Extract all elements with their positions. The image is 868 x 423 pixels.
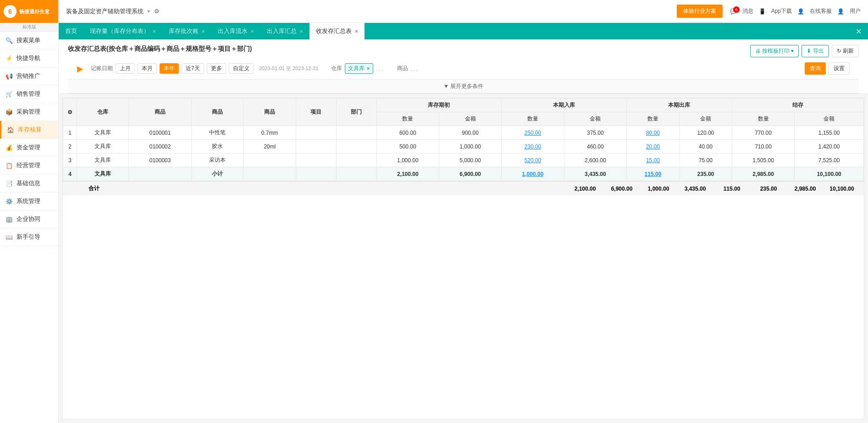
tab-batch[interactable]: 库存批次账 ✕ [162,23,211,39]
cell-out-qty[interactable]: 115.00 [627,167,680,181]
cell-open-amt: 5,000.00 [439,154,501,167]
sidebar-item-basic[interactable]: 📑 基础信息 [0,175,58,192]
table-row: 1文具库0100001中性笔0.7mm600.00900.00250.00375… [63,126,864,140]
cell-out-amt: 120.00 [679,126,732,140]
cell-in-qty[interactable]: 1,000.00 [502,167,564,181]
th-product-spec: 商品 [243,99,296,126]
message-icon-group[interactable]: 💬 6 [730,8,737,15]
goods-more-dots[interactable]: ... [411,65,419,72]
content-area: 收发存汇总表(按仓库＋商品编码＋商品＋规格型号＋项目＋部门) 🖨 按模板打印 ▾… [59,39,868,423]
cell-out-qty[interactable]: 80.00 [627,126,680,140]
sidebar-item-enterprise[interactable]: 🏢 企业协同 [0,210,58,228]
date-curr-month-btn[interactable]: 本月 [138,63,157,74]
refresh-button[interactable]: ↻ 刷新 [832,45,859,57]
date-7days-btn[interactable]: 近7天 [182,63,204,74]
sidebar-item-search[interactable]: 🔍 搜索菜单 [0,32,58,49]
print-button[interactable]: 🖨 按模板打印 ▾ [750,45,799,57]
system-name: 装备及固定资产辅助管理系统 [66,7,144,16]
export-button[interactable]: ⬇ 导出 [802,45,829,57]
online-service-label[interactable]: 在线客服 [810,7,832,15]
sidebar-item-newbie[interactable]: 📖 新手引导 [0,228,58,246]
table-row: 3文具库0100003采访本1,000.005,000.00520.002,60… [63,154,864,167]
sidebar-item-purchase[interactable]: 📦 采购管理 [0,103,58,121]
footer-out-amt: 235.00 [750,186,787,192]
sidebar-item-inventory[interactable]: 🏠 库存核算 [0,121,58,139]
th-out-qty: 数量 [627,112,680,126]
sidebar-item-finance[interactable]: 💰 资金管理 [0,139,58,157]
tab-inout-flow[interactable]: 出入库流水 ✕ [211,23,260,39]
filter-collapse-btn[interactable]: ▶ [77,64,83,74]
sales-icon: 🛒 [6,91,13,98]
date-curr-year-btn[interactable]: 本年 [160,63,179,74]
tab-inout-summary[interactable]: 出入库汇总 ✕ [260,23,310,39]
warehouse-more-dots[interactable]: ... [376,65,384,72]
page-actions: 🖨 按模板打印 ▾ ⬇ 导出 ↻ 刷新 [750,45,859,57]
cell-open-qty: 600.00 [376,126,439,140]
cell-dept [336,126,376,140]
cell-in-qty[interactable]: 230.00 [502,140,564,154]
cell-project [296,126,337,140]
warehouse-tag[interactable]: 文具库 ✕ [345,63,373,74]
sidebar-item-operation[interactable]: 📋 经营管理 [0,157,58,175]
table-row: 2文具库0100002胶水20ml500.001,000.00230.00460… [63,140,864,154]
th-balance: 结存 [732,99,863,112]
sidebar-item-sales[interactable]: 🛒 销售管理 [0,85,58,103]
cell-in-amt: 460.00 [564,140,626,154]
cell-out-qty[interactable]: 20.00 [627,140,680,154]
settings-button[interactable]: 设置 [829,62,850,75]
th-out-amt: 金额 [679,112,732,126]
print-dropdown-icon: ▾ [791,48,794,54]
cell-out-amt: 235.00 [679,167,732,181]
table-container: ⚙ 仓库 商品 商品 商品 项目 部门 库存期初 本期入库 本期出库 结存 数量 [62,98,864,419]
th-settings[interactable]: ⚙ [63,99,77,126]
th-warehouse: 仓库 [77,99,129,126]
sidebar-item-marketing[interactable]: 📢 营销推广 [0,67,58,85]
sidebar-item-system[interactable]: ⚙️ 系统管理 [0,192,58,210]
date-more-btn[interactable]: 更多 [207,63,226,74]
tab-close-recv-send-summary[interactable]: ✕ [354,29,358,34]
warehouse-tag-remove[interactable]: ✕ [366,66,370,71]
cell-open-qty: 500.00 [376,140,439,154]
demo-button[interactable]: 体验行业方案 [677,5,723,18]
print-icon: 🖨 [755,48,761,54]
cell-in-qty[interactable]: 250.00 [502,126,564,140]
cell-out-qty[interactable]: 15.00 [627,154,680,167]
tab-close-batch[interactable]: ✕ [201,29,205,34]
cell-bal-amt: 1,420.00 [795,140,864,154]
tab-close-inout-flow[interactable]: ✕ [250,29,254,34]
tab-close-inout-summary[interactable]: ✕ [299,29,303,34]
sidebar-item-quick[interactable]: ⚡ 快捷导航 [0,49,58,67]
sidebar-badge: 标准版 [0,23,58,32]
cell-warehouse: 文具库 [77,140,129,154]
export-icon: ⬇ [807,48,811,54]
page-title: 收发存汇总表(按仓库＋商品编码＋商品＋规格型号＋项目＋部门) [68,45,252,53]
app-download-label[interactable]: App下载 [771,7,792,15]
cell-open-qty: 1,000.00 [376,154,439,167]
date-custom-btn[interactable]: 自定义 [229,63,254,74]
query-button[interactable]: 查询 [805,62,826,75]
th-bal-qty: 数量 [732,112,794,126]
cell-open-amt: 900.00 [439,126,501,140]
tab-home[interactable]: 首页 [59,23,83,39]
cell-name: 胶水 [191,140,243,154]
cell-open-qty: 2,100.00 [376,167,439,181]
th-dept: 部门 [336,99,376,126]
tab-inventory-dist[interactable]: 现存量（库存分布表） ✕ [83,23,162,39]
th-project: 项目 [296,99,337,126]
user-label[interactable]: 用户 [850,7,861,15]
cell-bal-qty: 710.00 [732,140,794,154]
date-prev-month-btn[interactable]: 上月 [116,63,135,74]
th-product-code: 商品 [129,99,191,126]
cell-in-qty[interactable]: 520.00 [502,154,564,167]
cell-no: 3 [63,154,77,167]
gear-icon[interactable]: ⚙ [154,8,160,15]
filter-bar: ▶ 记账日期 上月 本月 本年 近7天 更多 自定义 2023-01-01 至 … [68,58,859,80]
table-footer: 合计 2,100.00 6,900.00 1,000.00 3,435.00 1… [63,181,864,195]
tab-close-inventory-dist[interactable]: ✕ [152,29,156,34]
tab-recv-send-summary[interactable]: 收发存汇总表 ✕ [310,23,365,39]
cell-project [296,140,337,154]
tabbar-close-btn[interactable]: ✕ [849,27,868,36]
page-header: 收发存汇总表(按仓库＋商品编码＋商品＋规格型号＋项目＋部门) 🖨 按模板打印 ▾… [59,39,868,94]
quick-icon: ⚡ [6,55,13,62]
expand-more-bar[interactable]: ▼ 展开更多条件 [68,80,859,93]
